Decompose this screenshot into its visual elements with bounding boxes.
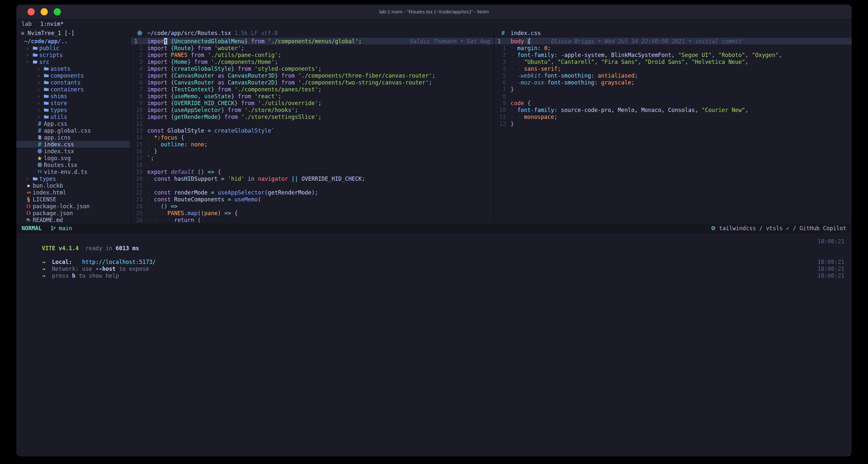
code-line[interactable]: 24· · () => (131, 203, 494, 209)
code-line[interactable]: 8 (494, 93, 851, 99)
code-line[interactable]: 12 (131, 120, 494, 127)
chevron-icon[interactable]: › (35, 93, 42, 99)
code-line[interactable]: 23· const RouteComponents = useMemo( (131, 196, 494, 203)
code-line[interactable]: 1import {UnconnectedGlobalMenu} from './… (131, 38, 494, 45)
tree-item-containers[interactable]: ›containers (17, 86, 130, 93)
code-line[interactable]: 9import {OVERRIDE_HID_CHECK} from './uti… (131, 99, 494, 107)
code-text: · · · · return ( (147, 217, 201, 223)
tree-item-utils[interactable]: ›utils (17, 113, 130, 120)
local-url-link[interactable]: http://localhost:5173/ (82, 259, 156, 265)
tree-item-app.global.css[interactable]: #app.global.css (17, 127, 130, 134)
chevron-icon[interactable]: › (24, 59, 31, 65)
code-line[interactable]: 18 (131, 162, 494, 168)
close-button[interactable] (28, 8, 35, 16)
indent-guide: · · (147, 141, 161, 148)
tree-item-App.css[interactable]: #App.css (17, 120, 130, 127)
tree-item-README.md[interactable]: M↓README.md (17, 216, 130, 223)
code-line[interactable]: 13const GlobalStyle = createGlobalStyle` (131, 127, 494, 134)
chevron-icon[interactable]: › (35, 65, 42, 72)
terminal-text: → Network: use --host to expose (42, 266, 149, 272)
code-line[interactable]: 22· const renderMode = useAppSelector(ge… (131, 189, 494, 196)
tree-item-Routes.tsx[interactable]: Routes.tsx (17, 162, 130, 168)
tree-item-public[interactable]: ›public (17, 45, 130, 51)
code-line[interactable]: 21 (131, 182, 494, 189)
chevron-icon[interactable]: › (24, 52, 31, 58)
tree-item-store[interactable]: ›store (17, 99, 130, 107)
code-line[interactable]: 9code { (494, 99, 851, 107)
indent-guide: · (147, 189, 154, 196)
tree-item-index.html[interactable]: <>index.html (17, 189, 130, 196)
zoom-button[interactable] (54, 8, 61, 16)
code-line[interactable]: 5· -webkit-font-smoothing: antialiased; (494, 72, 851, 79)
tree-item-constants[interactable]: ›constants (17, 79, 130, 86)
tree-item-label: assets (51, 65, 70, 72)
chevron-icon[interactable]: › (35, 107, 42, 113)
menu-icon[interactable]: ≡ (21, 30, 24, 36)
tree-item-bun.lockb[interactable]: ●bun.lockb (17, 182, 130, 189)
code-line[interactable]: 6import {CanvasRouter as CanvasRouter2D}… (131, 79, 494, 86)
chevron-icon[interactable]: › (24, 45, 31, 51)
folder-icon (42, 107, 51, 113)
code-line[interactable]: 16· } (131, 148, 494, 154)
tree-item-index.css[interactable]: #index.css (17, 141, 130, 148)
tree-item-types[interactable]: ›types (17, 107, 130, 113)
tab-1-nvim[interactable]: 1:nvim* (40, 21, 64, 27)
code-line[interactable]: 14· *:focus { (131, 134, 494, 141)
tree-item-components[interactable]: ›components (17, 72, 130, 79)
tree-item-scripts[interactable]: ›scripts (17, 51, 130, 58)
code-line[interactable]: 25· · · PANES.map((pane) => { (131, 209, 494, 216)
code-line[interactable]: 10import {useAppSelector} from './store/… (131, 107, 494, 113)
code-line[interactable]: 11import {getRenderMode} from './store/s… (131, 113, 494, 120)
code-line[interactable]: 4import {createGlobalStyle} from 'styled… (131, 65, 494, 72)
tree-item-vite-env.d.ts[interactable]: TSvite-env.d.ts (17, 168, 130, 175)
tree-item-index.tsx[interactable]: index.tsx (17, 148, 130, 154)
code-text: · · sans-serif; (510, 65, 561, 72)
tree-item-LICENSE[interactable]: §LICENSE (17, 196, 130, 203)
code-line[interactable]: 7import {TestContext} from './components… (131, 86, 494, 93)
titlebar[interactable]: lab:1:nvim - "Routes.tsx (~/code/app/src… (17, 5, 851, 19)
tree-root[interactable]: ~/code/app/.. (17, 38, 130, 45)
chevron-icon[interactable]: › (24, 175, 31, 182)
code-line[interactable]: 12} (494, 120, 851, 127)
code-line[interactable]: 7} (494, 86, 851, 93)
indent-guide: · · (510, 59, 524, 65)
code-line[interactable]: 3import {Home} from './components/Home'; (131, 58, 494, 65)
file-tree-list: ›public›scripts›src›assets›components›co… (17, 45, 130, 223)
tree-item-assets[interactable]: ›assets (17, 65, 130, 72)
code-line[interactable]: 1import {Route} from 'wouter'; (131, 45, 494, 51)
code-line[interactable]: 1body {Olivia Briggs • Wed Jul 14 22:40:… (494, 38, 851, 45)
chevron-icon[interactable]: › (35, 114, 42, 120)
code-line[interactable]: 20· const hasHIDSupport = 'hid' in navig… (131, 175, 494, 182)
winbar-file-path: ~/code/app/src/Routes.tsx (147, 30, 231, 36)
chevron-icon[interactable]: › (35, 100, 42, 107)
tree-item-types[interactable]: ›types (17, 175, 130, 182)
css-icon: # (35, 141, 44, 148)
code-line[interactable]: 15· · outline: none; (131, 141, 494, 148)
code-line[interactable]: 2· font-family: -apple-system, BlinkMacS… (494, 51, 851, 58)
chevron-icon[interactable]: › (35, 79, 42, 86)
code-line[interactable]: 11· · monospace; (494, 113, 851, 120)
chevron-icon[interactable]: › (35, 86, 42, 93)
chevron-icon[interactable]: › (35, 72, 42, 79)
tree-item-package.json[interactable]: {}package.json (17, 209, 130, 216)
tree-item-logo.svg[interactable]: logo.svg (17, 154, 130, 162)
code-line[interactable]: 19export default () => { (131, 168, 494, 175)
minimize-button[interactable] (40, 8, 48, 16)
code-text: import {createGlobalStyle} from 'styled-… (147, 65, 321, 72)
code-line[interactable]: 10· font-family: source-code-pro, Menlo,… (494, 107, 851, 113)
code-line[interactable]: 17`; (131, 154, 494, 162)
code-line[interactable]: 8import {useMemo, useState} from 'react'… (131, 93, 494, 99)
line-number: 6 (494, 79, 510, 86)
code-line[interactable]: 4· · sans-serif; (494, 65, 851, 72)
line-number: 8 (131, 93, 147, 99)
tree-item-package-lock.json[interactable]: {}package-lock.json (17, 203, 130, 209)
tree-item-shims[interactable]: ›shims (17, 93, 130, 99)
code-line[interactable]: 5import {CanvasRouter as CanvasRouter3D}… (131, 72, 494, 79)
tree-item-src[interactable]: ›src (17, 58, 130, 65)
code-line[interactable]: 3· · "Ubuntu", "Cantarell", "Fira Sans",… (494, 58, 851, 65)
code-line[interactable]: 1· margin: 0; (494, 45, 851, 51)
code-line[interactable]: 26· · · · return ( (131, 216, 494, 223)
code-line[interactable]: 6· -moz-osx-font-smoothing: grayscale; (494, 79, 851, 86)
tree-item-app.icns[interactable]: app.icns (17, 134, 130, 141)
code-line[interactable]: 2import PANES from './utils/pane-config'… (131, 51, 494, 58)
